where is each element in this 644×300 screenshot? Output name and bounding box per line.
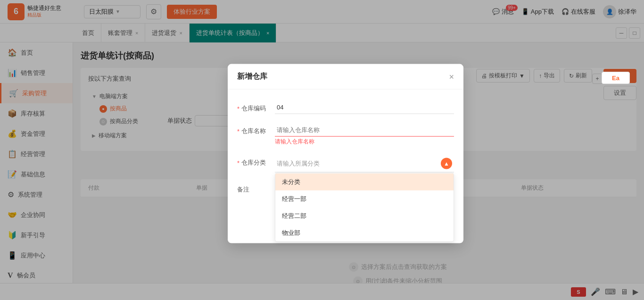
code-field-row: * 仓库编码: [237, 101, 454, 114]
name-error-msg: 请输入仓库名称: [275, 138, 454, 146]
dropdown-option-ops1[interactable]: 经营一部: [275, 191, 454, 208]
modal-title: 新增仓库: [237, 72, 267, 82]
add-warehouse-modal: 新增仓库 × * 仓库编码 * 仓库名称 请输入仓库名称: [228, 64, 463, 243]
dropdown-option-property[interactable]: 物业部: [275, 225, 454, 242]
note-label: 备注: [237, 182, 275, 194]
category-field-row: * 仓库分类 请输入所属分类 ▲ 未分类 经营一部 经营二部 物业部: [237, 155, 454, 173]
code-input[interactable]: [275, 101, 454, 114]
code-label: * 仓库编码: [237, 101, 275, 113]
dropdown-option-uncategorized[interactable]: 未分类: [275, 174, 454, 191]
category-dropdown-list: 未分类 经营一部 经营二部 物业部: [275, 173, 454, 242]
category-field[interactable]: 请输入所属分类 ▲ 未分类 经营一部 经营二部 物业部: [275, 155, 454, 173]
modal-body: * 仓库编码 * 仓库名称 请输入仓库名称 * 仓库分类: [228, 90, 463, 212]
name-input[interactable]: [275, 124, 454, 137]
ea-badge: Ea: [602, 72, 630, 84]
code-field: [275, 101, 454, 114]
name-field-row: * 仓库名称 请输入仓库名称: [237, 124, 454, 146]
name-field: 请输入仓库名称: [275, 124, 454, 146]
modal-header: 新增仓库 ×: [228, 64, 463, 90]
name-label: * 仓库名称: [237, 124, 275, 135]
category-dropdown[interactable]: 请输入所属分类 ▲: [275, 155, 454, 173]
dropdown-toggle-button[interactable]: ▲: [441, 158, 452, 169]
category-label: * 仓库分类: [237, 155, 275, 167]
dropdown-option-ops2[interactable]: 经营二部: [275, 208, 454, 225]
modal-close-button[interactable]: ×: [449, 72, 454, 81]
